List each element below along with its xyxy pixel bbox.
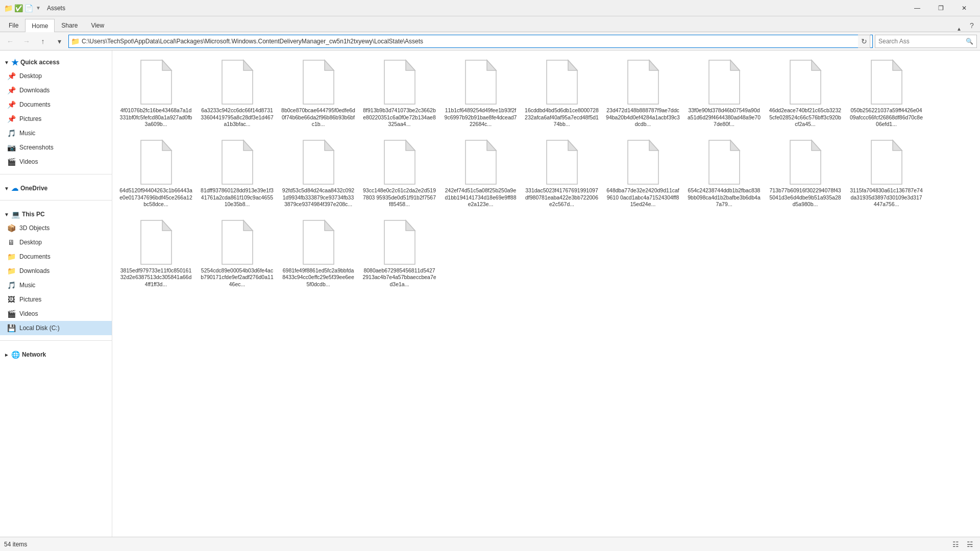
file-item[interactable]: 654c24238744ddb1b2fbac8389bb098ca4d1b2ba… bbox=[684, 135, 764, 213]
file-item[interactable]: 050b256221037a59ff4426e0409afccc66fcf268… bbox=[847, 55, 926, 133]
sidebar-item-videos[interactable]: 🎬 Videos bbox=[0, 155, 112, 169]
file-item[interactable]: 6981fe49f8861ed5fc2a9bbfda8433c94cc0effc… bbox=[279, 215, 358, 293]
sidebar-item-pictures-pc[interactable]: 🖼 Pictures bbox=[0, 292, 112, 307]
close-button[interactable]: ✕ bbox=[952, 0, 976, 16]
file-item[interactable]: 23d472d148b888787f9ae7ddc94ba20b4d0ef428… bbox=[603, 55, 682, 133]
chevron-down-icon-3: ▼ bbox=[4, 212, 9, 217]
file-icon-svg bbox=[542, 139, 582, 185]
sidebar-label-documents-pc: Documents bbox=[19, 253, 51, 260]
tab-view[interactable]: View bbox=[84, 18, 111, 32]
file-item[interactable]: 92fd53c5d84d24caa8432c0921d9934fb333879c… bbox=[279, 135, 358, 213]
file-name: 648dba77de32e2420d9d11caf9610 0acd1abc4a… bbox=[606, 187, 680, 208]
view-controls: ☷ ☵ bbox=[949, 538, 976, 550]
list-view-button[interactable]: ☷ bbox=[949, 538, 962, 550]
pictures-icon: 📌 bbox=[6, 114, 16, 124]
file-item[interactable]: 5254cdc89e00054b03d6fe4acb790171cfde9ef2… bbox=[198, 215, 277, 293]
sidebar-item-documents-pinned[interactable]: 📌 Documents bbox=[0, 97, 112, 112]
file-name: 8b0ce870bcae644795f0edfe6d0f74b6be66da2f… bbox=[281, 107, 355, 128]
file-icon-svg bbox=[542, 59, 582, 105]
search-icon[interactable]: 🔍 bbox=[966, 38, 973, 45]
forward-button[interactable]: → bbox=[19, 34, 34, 48]
file-item[interactable]: 46dd2eace740bf21c65cb32325cfe028524c66c5… bbox=[766, 55, 845, 133]
sidebar-item-desktop-pinned[interactable]: 📌 Desktop bbox=[0, 69, 112, 83]
file-item[interactable]: 3815edf979733e11f0c85016132d2e6387513dc3… bbox=[116, 215, 195, 293]
file-icon-svg bbox=[866, 59, 907, 105]
file-item[interactable]: 33f0e90fd378d46b07549a90da51d6d29f464438… bbox=[684, 55, 764, 133]
file-name: 46dd2eace740bf21c65cb32325cfe028524c66c5… bbox=[768, 107, 842, 128]
help-button[interactable]: ? bbox=[966, 19, 978, 32]
file-item[interactable]: 4f01076b2fc16be43468a7a1d331bf0fc5fefcd8… bbox=[116, 55, 195, 133]
file-item[interactable]: 648dba77de32e2420d9d11caf9610 0acd1abc4a… bbox=[603, 135, 682, 213]
network-header[interactable]: ► 🌐 Network bbox=[0, 346, 112, 361]
file-item[interactable]: 8080aeb672985456811d54272913ac4b7e4a57bb… bbox=[360, 215, 439, 293]
window-title: Assets bbox=[47, 5, 65, 12]
file-item[interactable]: 8f913b9b3d741073be2c3662be80220351c6a0f0… bbox=[360, 55, 439, 133]
file-icon-svg bbox=[623, 139, 664, 185]
sidebar-item-downloads-pinned[interactable]: 📌 Downloads bbox=[0, 83, 112, 97]
file-item[interactable]: 242ef74d51c5a08f25b250a9ed1bb194141734d1… bbox=[441, 135, 520, 213]
sidebar-item-videos-pc[interactable]: 🎬 Videos bbox=[0, 307, 112, 321]
file-grid: 4f01076b2fc16be43468a7a1d331bf0fc5fefcd8… bbox=[112, 51, 980, 537]
sidebar-item-music[interactable]: 🎵 Music bbox=[0, 126, 112, 140]
onedrive-label: OneDrive bbox=[20, 185, 47, 192]
up-button[interactable]: ↑ bbox=[36, 34, 50, 48]
sidebar-item-downloads[interactable]: 📁 Downloads bbox=[0, 264, 112, 278]
file-item[interactable]: 8b0ce870bcae644795f0edfe6d0f74b6be66da2f… bbox=[279, 55, 358, 133]
file-icon-svg bbox=[217, 139, 258, 185]
file-item[interactable]: 331dac5023f41767691991097df980781eaba422… bbox=[522, 135, 601, 213]
file-item[interactable]: 16cddbd4bd5d6db1ce8000728232afca6af40af9… bbox=[522, 55, 601, 133]
videos-pc-icon: 🎬 bbox=[6, 309, 16, 319]
sidebar-label-pictures-pc: Pictures bbox=[19, 296, 41, 303]
refresh-button[interactable]: ↻ bbox=[858, 35, 870, 48]
sidebar-item-screenshots[interactable]: 📷 Screenshots bbox=[0, 140, 112, 155]
sidebar-label-desktop: Desktop bbox=[19, 72, 42, 80]
recent-button[interactable]: ▾ bbox=[52, 34, 66, 48]
onedrive-header[interactable]: ▼ ☁ OneDrive bbox=[0, 180, 112, 195]
file-item[interactable]: 3115fa704830a61c136787e74da31935d3897d30… bbox=[847, 135, 926, 213]
sidebar-item-pictures-pinned[interactable]: 📌 Pictures bbox=[0, 112, 112, 126]
file-icon-svg bbox=[379, 139, 420, 185]
sidebar-label-downloads: Downloads bbox=[19, 87, 50, 94]
file-item[interactable]: 6a3233c942cc6dc66f14d873133604419795a8c2… bbox=[198, 55, 277, 133]
dropdown-arrow-icon[interactable]: ▼ bbox=[36, 5, 41, 11]
search-input[interactable] bbox=[878, 38, 966, 45]
file-icon-svg bbox=[785, 59, 826, 105]
music-pc-icon: 🎵 bbox=[6, 280, 16, 290]
file-icon-svg bbox=[136, 219, 177, 265]
file-item[interactable]: 93cc148e0c2c61c2da2e2d5197803 95935de0d5… bbox=[360, 135, 439, 213]
file-name: 5254cdc89e00054b03d6fe4acb790171cfde9ef2… bbox=[200, 267, 274, 288]
sidebar-item-local-disk[interactable]: 💾 Local Disk (C:) bbox=[0, 321, 112, 335]
sidebar-item-desktop[interactable]: 🖥 Desktop bbox=[0, 235, 112, 249]
address-input-wrap: 📁 ↻ bbox=[68, 35, 873, 48]
sidebar-item-documents[interactable]: 📁 Documents bbox=[0, 249, 112, 264]
file-item[interactable]: 64d5120f94404263c1b66443ae0e017347696bdf… bbox=[116, 135, 195, 213]
this-pc-header[interactable]: ▼ 💻 This PC bbox=[0, 206, 112, 221]
ribbon-chevron[interactable]: ▲ bbox=[952, 26, 966, 32]
quick-access-header[interactable]: ▼ ★ Quick access bbox=[0, 54, 112, 69]
item-count: 54 items bbox=[4, 541, 27, 548]
file-icon-svg bbox=[379, 219, 420, 265]
back-button[interactable]: ← bbox=[3, 34, 17, 48]
file-item[interactable]: 81dff937860128dd913e39e1f341761a2cda861f… bbox=[198, 135, 277, 213]
sidebar-item-music-pc[interactable]: 🎵 Music bbox=[0, 278, 112, 292]
sidebar-item-3d-objects[interactable]: 📦 3D Objects bbox=[0, 221, 112, 235]
file-item[interactable]: 11b1cf6489254d49fee1b93f2f9c6997b92b91ba… bbox=[441, 55, 520, 133]
tab-home[interactable]: Home bbox=[25, 19, 55, 32]
sidebar: ▼ ★ Quick access 📌 Desktop 📌 Downloads 📌… bbox=[0, 51, 112, 537]
address-input[interactable] bbox=[82, 38, 858, 45]
file-item[interactable]: 713b77b60916f302294078f435041d3e6d4dbe9b… bbox=[766, 135, 845, 213]
music-icon: 🎵 bbox=[6, 128, 16, 138]
file-name: 93cc148e0c2c61c2da2e2d5197803 95935de0d5… bbox=[362, 187, 436, 208]
sidebar-label-pictures: Pictures bbox=[19, 115, 41, 122]
tab-file[interactable]: File bbox=[2, 18, 25, 32]
large-icons-button[interactable]: ☵ bbox=[964, 538, 976, 550]
tab-share[interactable]: Share bbox=[55, 18, 84, 32]
ribbon-tabs: File Home Share View ▲ ? bbox=[0, 16, 980, 32]
file-icon-svg bbox=[136, 139, 177, 185]
maximize-button[interactable]: ❐ bbox=[929, 0, 952, 16]
file-icon-svg bbox=[298, 139, 339, 185]
file-icon-svg bbox=[704, 59, 745, 105]
chevron-down-icon: ▼ bbox=[4, 60, 9, 65]
file-name: 713b77b60916f302294078f435041d3e6d4dbe9b… bbox=[768, 187, 842, 208]
minimize-button[interactable]: — bbox=[905, 0, 929, 16]
